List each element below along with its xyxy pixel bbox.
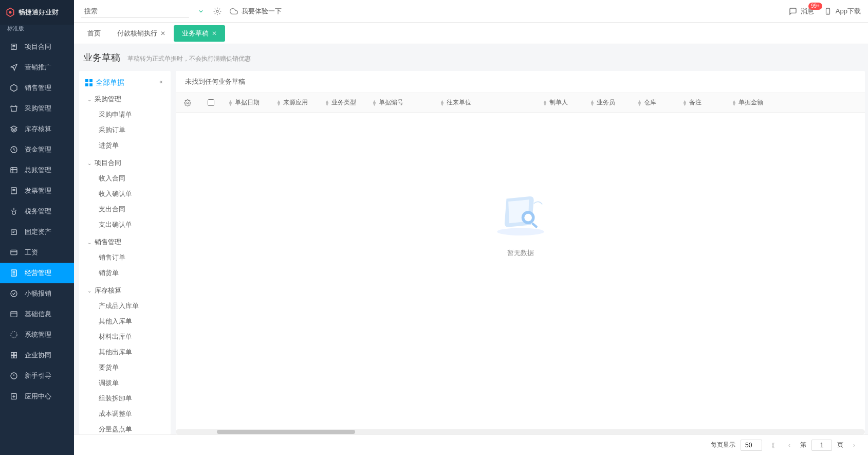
- menu-item-11[interactable]: 经营管理: [0, 263, 74, 283]
- close-icon[interactable]: ✕: [160, 30, 165, 37]
- tree-item[interactable]: 采购申请单: [83, 107, 167, 122]
- collapse-tree-icon[interactable]: «: [159, 77, 169, 86]
- empty-state-label: 暂无数据: [507, 248, 534, 258]
- tree-group-header[interactable]: ⌄销售管理: [83, 234, 167, 250]
- column-header[interactable]: ▲▼往来单位: [434, 93, 537, 112]
- menu-icon: [9, 310, 19, 319]
- column-label: 单据编号: [379, 98, 403, 107]
- sidebar-header: 畅捷通好业财: [0, 0, 74, 25]
- column-header[interactable]: ▲▼制单人: [537, 93, 584, 112]
- experience-link[interactable]: 我要体验一下: [229, 7, 282, 16]
- menu-item-5[interactable]: 资金管理: [0, 139, 74, 160]
- menu-icon: [9, 351, 19, 360]
- tree-item[interactable]: 支出合同: [83, 202, 167, 217]
- tree-item[interactable]: 销售订单: [83, 250, 167, 265]
- menu-item-7[interactable]: 发票管理: [0, 180, 74, 201]
- tree-group-header[interactable]: ⌄库存核算: [83, 283, 167, 298]
- menu-item-13[interactable]: 基础信息: [0, 304, 74, 324]
- tab-0[interactable]: 首页: [79, 25, 109, 42]
- column-header[interactable]: ▲▼单据编号: [366, 93, 434, 112]
- tree-item[interactable]: 销货单: [83, 265, 167, 281]
- menu-item-8[interactable]: 税务管理: [0, 201, 74, 222]
- menu-item-10[interactable]: 工资: [0, 242, 74, 263]
- experience-label: 我要体验一下: [242, 7, 282, 16]
- column-header[interactable]: ▲▼业务类型: [319, 93, 366, 112]
- chevron-down-icon: ⌄: [87, 240, 93, 245]
- tree-item[interactable]: 要货单: [83, 360, 167, 375]
- tree-item[interactable]: 支出确认单: [83, 217, 167, 232]
- tree-item[interactable]: 材料出库单: [83, 329, 167, 344]
- column-label: 单据日期: [235, 98, 260, 107]
- sort-icon: ▲▼: [590, 100, 595, 106]
- menu-item-label: 发票管理: [25, 186, 51, 195]
- menu-icon: [9, 83, 19, 93]
- page-number-input[interactable]: [811, 440, 832, 451]
- menu-item-label: 税务管理: [25, 207, 51, 216]
- svg-rect-10: [11, 312, 17, 317]
- gear-icon[interactable]: [213, 7, 222, 16]
- column-header[interactable]: ▲▼单据日期: [222, 93, 270, 112]
- horizontal-scrollbar[interactable]: [176, 429, 865, 434]
- column-header[interactable]: ▲▼来源应用: [270, 93, 319, 112]
- select-all-checkbox[interactable]: [199, 93, 222, 112]
- column-header[interactable]: ▲▼业务员: [584, 93, 631, 112]
- chevron-down-icon: ⌄: [87, 288, 93, 294]
- grid-icon: [85, 79, 93, 86]
- menu-item-0[interactable]: 项目合同: [0, 37, 74, 57]
- checkbox[interactable]: [208, 99, 214, 106]
- column-header[interactable]: ▲▼备注: [676, 93, 726, 112]
- search-dropdown-icon[interactable]: [196, 7, 206, 16]
- menu-item-16[interactable]: 新手引导: [0, 366, 74, 386]
- messages-link[interactable]: 消息 99+: [788, 7, 814, 16]
- tree-group-header[interactable]: ⌄项目合同: [83, 155, 167, 171]
- tree-item[interactable]: 组装拆卸单: [83, 391, 167, 406]
- menu-item-6[interactable]: 总账管理: [0, 160, 74, 180]
- menu-item-label: 基础信息: [25, 310, 51, 319]
- tree-title[interactable]: 全部单据: [79, 71, 171, 92]
- column-header[interactable]: ▲▼仓库: [631, 93, 676, 112]
- menu-item-2[interactable]: 销售管理: [0, 78, 74, 98]
- close-icon[interactable]: ✕: [212, 30, 217, 37]
- tree-item[interactable]: 进货单: [83, 138, 167, 153]
- next-page-button[interactable]: ›: [848, 440, 860, 451]
- column-label: 业务员: [597, 98, 615, 107]
- prev-page-button[interactable]: ‹: [784, 440, 795, 451]
- app-download-link[interactable]: App下载: [823, 7, 861, 16]
- menu-icon: [9, 104, 19, 113]
- tree-item[interactable]: 其他入库单: [83, 314, 167, 329]
- menu-item-label: 资金管理: [25, 145, 51, 154]
- tree-item[interactable]: 产成品入库单: [83, 298, 167, 314]
- menu-icon: [9, 145, 19, 154]
- menu-item-4[interactable]: 库存核算: [0, 119, 74, 139]
- tree-group-header[interactable]: ⌄采购管理: [83, 92, 167, 107]
- tree-item[interactable]: 其他出库单: [83, 344, 167, 360]
- menu-item-3[interactable]: 采购管理: [0, 98, 74, 119]
- tree-item[interactable]: 分量盘点单: [83, 422, 167, 434]
- menu-item-1[interactable]: 营销推广: [0, 57, 74, 78]
- sidebar-menu: 项目合同营销推广销售管理采购管理库存核算资金管理总账管理发票管理税务管理固定资产…: [0, 37, 74, 455]
- table-settings-button[interactable]: [176, 93, 199, 112]
- tree-item[interactable]: 收入合同: [83, 171, 167, 186]
- column-header[interactable]: ▲▼单据金额: [726, 93, 772, 112]
- tree-item[interactable]: 收入确认单: [83, 186, 167, 202]
- per-page-select[interactable]: 50: [741, 440, 762, 451]
- menu-icon: [9, 227, 19, 236]
- search-input[interactable]: [81, 5, 189, 17]
- sort-icon: ▲▼: [325, 100, 329, 106]
- tree-item[interactable]: 成本调整单: [83, 406, 167, 422]
- menu-item-17[interactable]: 应用中心: [0, 386, 74, 407]
- menu-item-9[interactable]: 固定资产: [0, 222, 74, 242]
- tree-item[interactable]: 采购订单: [83, 122, 167, 138]
- menu-item-15[interactable]: 企业协同: [0, 345, 74, 366]
- tab-2[interactable]: 业务草稿✕: [174, 25, 225, 42]
- data-panel: 未找到任何业务草稿 ▲▼单据日期▲▼来源应用▲▼业务类型▲▼单据编号▲▼往来单位…: [176, 71, 865, 434]
- menu-item-label: 营销推广: [25, 63, 51, 72]
- first-page-button[interactable]: ⟪: [767, 440, 779, 451]
- svg-rect-29: [531, 222, 538, 228]
- column-label: 来源应用: [283, 98, 308, 107]
- menu-item-12[interactable]: 小畅报销: [0, 283, 74, 304]
- menu-item-14[interactable]: 系统管理: [0, 324, 74, 345]
- tree-item[interactable]: 调拨单: [83, 375, 167, 391]
- tab-1[interactable]: 付款核销执行✕: [109, 25, 174, 42]
- menu-item-label: 经营管理: [25, 268, 51, 278]
